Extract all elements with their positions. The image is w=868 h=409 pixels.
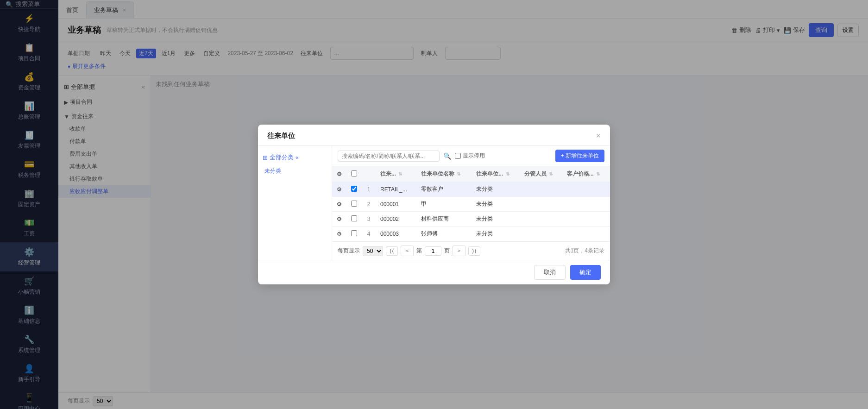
sort-name-icon: ⇅ xyxy=(457,171,460,176)
modal-search-wrap: 🔍 显示停用 xyxy=(338,151,485,162)
row-name-2: 材料供应商 xyxy=(416,212,472,227)
row-price-3 xyxy=(562,227,610,241)
row-code-3: 000003 xyxy=(376,227,416,241)
row-code-1: 000001 xyxy=(376,197,416,212)
row-checkbox-2[interactable] xyxy=(351,215,357,221)
modal-right: 🔍 显示停用 + 新增往来单位 ⚙ xyxy=(332,146,610,260)
modal-cat-unclassified[interactable]: 未分类 xyxy=(258,164,332,178)
select-all-checkbox[interactable] xyxy=(351,170,357,176)
row-settings-1[interactable]: ⚙ xyxy=(332,197,346,212)
row-person-2 xyxy=(520,212,562,227)
col-code-header[interactable]: 往来... ⇅ xyxy=(376,166,416,182)
col-person-header[interactable]: 分管人员 ⇅ xyxy=(520,166,562,182)
row-num-2: 3 xyxy=(362,212,376,227)
sort-price-icon: ⇅ xyxy=(596,171,600,176)
col-check[interactable] xyxy=(346,166,362,182)
row-checkbox-0[interactable] xyxy=(351,186,357,192)
row-name-0: 零散客户 xyxy=(416,182,472,197)
last-page-button[interactable]: ⟩⟩ xyxy=(468,246,480,256)
sort-code-icon: ⇅ xyxy=(398,171,402,176)
pagination-total: 共1页，4条记录 xyxy=(565,247,604,255)
row-num-3: 4 xyxy=(362,227,376,241)
sort-category-icon: ⇅ xyxy=(506,171,509,176)
row-price-0 xyxy=(562,182,610,197)
row-category-0: 未分类 xyxy=(472,182,519,197)
first-page-button[interactable]: ⟨⟨ xyxy=(386,246,398,256)
table-row[interactable]: ⚙ 1 RETAIL_... 零散客户 未分类 xyxy=(332,182,610,197)
row-name-3: 张师傅 xyxy=(416,227,472,241)
row-check-2[interactable] xyxy=(346,212,362,227)
partner-table-body: ⚙ 1 RETAIL_... 零散客户 未分类 ⚙ 2 000001 甲 未分类… xyxy=(332,182,610,241)
partner-modal: 往来单位 × ⊞ 全部分类 « 未分类 🔍 xyxy=(258,125,610,284)
row-checkbox-3[interactable] xyxy=(351,230,357,236)
modal-categories: ⊞ 全部分类 « 未分类 xyxy=(258,146,332,260)
row-settings-0[interactable]: ⚙ xyxy=(332,182,346,197)
confirm-button[interactable]: 确定 xyxy=(570,265,601,280)
row-settings-3[interactable]: ⚙ xyxy=(332,227,346,241)
sort-person-icon: ⇅ xyxy=(549,171,553,176)
row-num-0: 1 xyxy=(362,182,376,197)
row-code-2: 000002 xyxy=(376,212,416,227)
col-num xyxy=(362,166,376,182)
modal-left-toggle[interactable]: « xyxy=(296,154,299,161)
next-page-button[interactable]: ＞ xyxy=(453,245,465,256)
modal-footer: 取消 确定 xyxy=(258,260,610,284)
row-person-3 xyxy=(520,227,562,241)
table-row[interactable]: ⚙ 4 000003 张师傅 未分类 xyxy=(332,227,610,241)
row-category-3: 未分类 xyxy=(472,227,519,241)
row-check-3[interactable] xyxy=(346,227,362,241)
page-suffix: 页 xyxy=(444,247,450,255)
col-price-header[interactable]: 客户价格... ⇅ xyxy=(562,166,610,182)
modal-body: ⊞ 全部分类 « 未分类 🔍 显示停用 xyxy=(258,146,610,260)
modal-search-icon: 🔍 xyxy=(443,152,451,160)
show-disabled-label: 显示停用 xyxy=(463,152,485,160)
modal-search-input[interactable] xyxy=(338,151,440,162)
col-name-header[interactable]: 往来单位名称 ⇅ xyxy=(416,166,472,182)
table-row[interactable]: ⚙ 2 000001 甲 未分类 xyxy=(332,197,610,212)
col-category-header[interactable]: 往来单位... ⇅ xyxy=(472,166,519,182)
row-settings-2[interactable]: ⚙ xyxy=(332,212,346,227)
table-header-row: ⚙ 往来... ⇅ 往来单位名称 ⇅ xyxy=(332,166,610,182)
row-person-1 xyxy=(520,197,562,212)
modal-categories-title: 全部分类 xyxy=(270,153,294,162)
show-disabled-checkbox[interactable] xyxy=(455,153,461,159)
row-price-2 xyxy=(562,212,610,227)
modal-toolbar: 🔍 显示停用 + 新增往来单位 xyxy=(332,146,610,166)
modal-table: ⚙ 往来... ⇅ 往来单位名称 ⇅ xyxy=(332,166,610,241)
add-partner-button[interactable]: + 新增往来单位 xyxy=(555,150,604,162)
modal-categories-header: ⊞ 全部分类 « xyxy=(258,151,332,164)
row-checkbox-1[interactable] xyxy=(351,201,357,207)
row-person-0 xyxy=(520,182,562,197)
row-check-0[interactable] xyxy=(346,182,362,197)
prev-page-button[interactable]: ＜ xyxy=(401,245,414,256)
row-price-1 xyxy=(562,197,610,212)
per-page-label: 每页显示 xyxy=(338,247,360,255)
show-disabled-wrap: 显示停用 xyxy=(455,152,485,160)
modal-close-button[interactable]: × xyxy=(596,131,601,141)
row-category-1: 未分类 xyxy=(472,197,519,212)
per-page-select[interactable]: 50 xyxy=(363,246,383,256)
cancel-button[interactable]: 取消 xyxy=(534,265,566,280)
page-input[interactable] xyxy=(425,246,441,256)
modal-overlay[interactable]: 往来单位 × ⊞ 全部分类 « 未分类 🔍 xyxy=(0,0,868,409)
page-label: 第 xyxy=(416,247,422,255)
row-category-2: 未分类 xyxy=(472,212,519,227)
modal-title: 往来单位 xyxy=(267,132,295,140)
row-code-0: RETAIL_... xyxy=(376,182,416,197)
row-num-1: 2 xyxy=(362,197,376,212)
table-row[interactable]: ⚙ 3 000002 材料供应商 未分类 xyxy=(332,212,610,227)
row-check-1[interactable] xyxy=(346,197,362,212)
modal-pagination: 每页显示 50 ⟨⟨ ＜ 第 页 ＞ ⟩⟩ 共1页，4条记录 xyxy=(332,241,610,260)
partner-table: ⚙ 往来... ⇅ 往来单位名称 ⇅ xyxy=(332,166,610,241)
modal-header: 往来单位 × xyxy=(258,125,610,146)
grid-icon-modal: ⊞ xyxy=(263,154,268,161)
col-settings[interactable]: ⚙ xyxy=(332,166,346,182)
row-name-1: 甲 xyxy=(416,197,472,212)
